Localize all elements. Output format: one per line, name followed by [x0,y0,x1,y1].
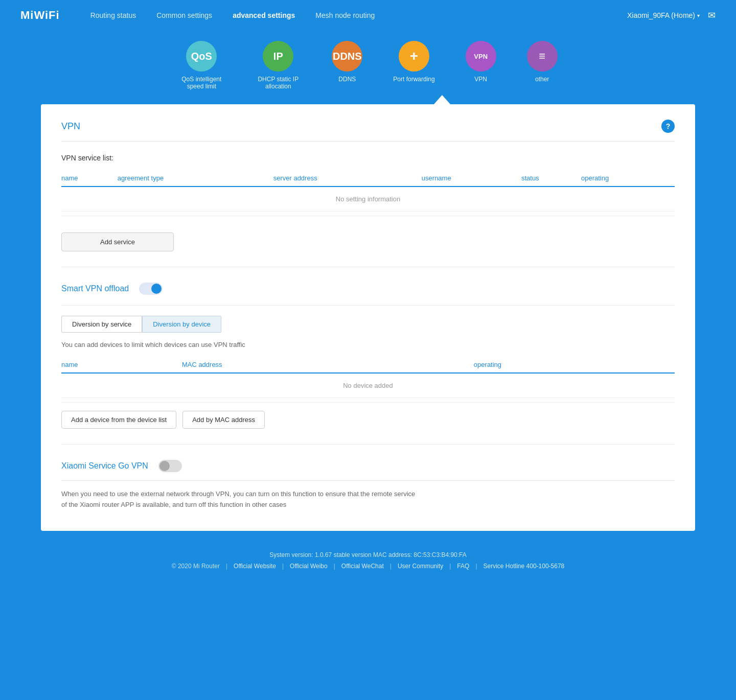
footer-hotline: Service Hotline 400-100-5678 [484,563,565,570]
col-agreement: agreement type [118,170,273,186]
smart-vpn-toggle-thumb [151,284,162,294]
ddns-icon: DDNS [332,41,362,72]
xiaomi-service-description: When you need to use the external networ… [61,489,419,510]
smart-vpn-toggle-track [139,283,163,295]
pointer-triangle [434,95,450,104]
xiaomi-service-header: Xiaomi Service Go VPN [61,460,675,472]
icon-item-ddns[interactable]: DDNS DDNS [332,41,362,90]
smart-vpn-title: Smart VPN offload [61,284,129,293]
section-divider-1 [61,267,675,267]
vpn-section-header: VPN ? [61,120,675,142]
col-name: name [61,170,118,186]
icon-item-ip[interactable]: IP DHCP static IP allocation [255,41,301,90]
qos-icon: QoS [186,41,217,72]
footer-links: © 2020 Mi Router | Official Website | Of… [20,563,716,570]
footer-copyright: © 2020 Mi Router [172,563,220,570]
device-col-mac: MAC address [182,357,474,373]
icon-item-qos[interactable]: QoS QoS intelligent speed limit [178,41,224,90]
xiaomi-service-title: Xiaomi Service Go VPN [61,461,148,471]
ip-icon: IP [263,41,293,72]
nav-mesh[interactable]: Mesh node routing [315,11,375,19]
ip-label: DHCP static IP allocation [255,76,301,90]
qos-label: QoS intelligent speed limit [178,76,224,90]
col-status: status [521,170,581,186]
footer-official-weibo[interactable]: Official Weibo [290,563,328,570]
footer-official-website[interactable]: Official Website [234,563,276,570]
main-card: VPN ? VPN service list: name agreement t… [41,104,695,531]
footer-official-wechat[interactable]: Official WeChat [341,563,384,570]
nav-common-settings[interactable]: Common settings [156,11,212,19]
device-table-row-empty: No device added [61,373,675,398]
footer-faq[interactable]: FAQ [457,563,469,570]
router-name-dropdown[interactable]: Xiaomi_90FA (Home) [627,11,700,19]
nav-right: Xiaomi_90FA (Home) ✉ [627,10,716,21]
add-service-button[interactable]: Add service [61,232,174,251]
device-col-operating: operating [474,357,675,373]
nav-routing-status[interactable]: Routing status [90,11,136,19]
vpn-label: VPN [474,76,487,83]
tab-diversion-by-device[interactable]: Diversion by device [142,316,221,333]
vpn-service-list-label: VPN service list: [61,154,675,162]
section-divider-2 [61,444,675,445]
smart-vpn-header: Smart VPN offload [61,283,675,295]
portfwd-icon: + [399,41,429,72]
device-table: name MAC address operating No device add… [61,357,675,398]
xiaomi-service-toggle[interactable] [158,460,182,472]
col-server: server address [273,170,422,186]
xiaomi-service-toggle-track [158,460,182,472]
nav-advanced-settings[interactable]: advanced settings [233,11,295,19]
other-label: other [535,76,549,83]
pointer-row [0,95,736,104]
col-operating: operating [581,170,675,186]
footer-user-community[interactable]: User Community [398,563,443,570]
col-username: username [422,170,521,186]
device-col-name: name [61,357,182,373]
add-by-mac-button[interactable]: Add by MAC address [182,411,265,429]
vpn-service-table: name agreement type server address usern… [61,170,675,212]
help-icon[interactable]: ? [661,120,675,133]
vpn-icon: VPN [466,41,496,72]
device-empty-message: No device added [61,373,675,398]
other-icon: ≡ [527,41,558,72]
action-buttons: Add a device from the device list Add by… [61,411,675,429]
footer: System version: 1.0.67 stable version MA… [0,541,736,575]
icon-row: QoS QoS intelligent speed limit IP DHCP … [0,31,736,95]
top-nav: MiWiFi Routing status Common settings ad… [0,0,736,31]
empty-message: No setting information [61,186,675,212]
footer-system-info: System version: 1.0.67 stable version MA… [20,551,716,558]
tab-diversion-by-service[interactable]: Diversion by service [61,316,142,333]
ddns-label: DDNS [338,76,356,83]
tab-description: You can add devices to limit which devic… [61,341,675,348]
table-row-empty: No setting information [61,186,675,212]
vpn-section-title: VPN [61,121,80,132]
icon-item-vpn[interactable]: VPN VPN [466,41,496,90]
xiaomi-service-toggle-thumb [159,461,170,471]
icon-item-other[interactable]: ≡ other [527,41,558,90]
mail-icon[interactable]: ✉ [708,10,716,21]
smart-vpn-toggle[interactable] [139,283,163,295]
add-device-from-list-button[interactable]: Add a device from the device list [61,411,176,429]
logo: MiWiFi [20,9,60,22]
icon-item-portfwd[interactable]: + Port forwarding [393,41,434,90]
portfwd-label: Port forwarding [393,76,434,83]
diversion-tabs: Diversion by service Diversion by device [61,316,675,333]
